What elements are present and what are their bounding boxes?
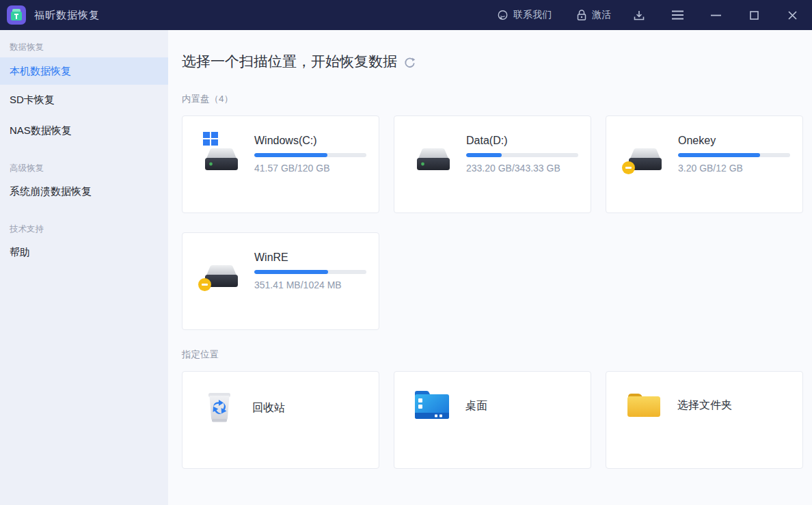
drive-name: Onekey [678, 135, 790, 147]
drive-card-data-d[interactable]: Data(D:) 233.20 GB/343.33 GB [394, 115, 591, 213]
drive-usage-bar [678, 153, 790, 157]
titlebar: 福昕数据恢复 联系我们 激活 [0, 0, 812, 30]
drive-card-winre[interactable]: WinRE 351.41 MB/1024 MB [182, 232, 379, 330]
refresh-icon[interactable] [404, 57, 416, 68]
sidebar: 数据恢复 本机数据恢复 SD卡恢复 NAS数据恢复 高级恢复 系统崩溃数据恢复 … [0, 30, 168, 505]
drive-capacity: 233.20 GB/343.33 GB [466, 163, 578, 174]
app-logo-icon [7, 5, 26, 25]
drive-name: Data(D:) [466, 135, 578, 147]
drive-capacity: 3.20 GB/12 GB [678, 163, 790, 174]
sidebar-item-crash-recovery[interactable]: 系统崩溃数据恢复 [0, 176, 168, 207]
contact-us-button[interactable]: 联系我们 [497, 9, 552, 21]
drive-usage-bar [254, 270, 366, 274]
lock-icon [576, 9, 587, 21]
drive-card-onekey[interactable]: Onekey 3.20 GB/12 GB [606, 115, 803, 213]
hard-drive-icon [202, 250, 241, 290]
drive-usage-bar [466, 153, 578, 157]
drive-name: WinRE [254, 251, 366, 264]
sidebar-item-nas-recovery[interactable]: NAS数据恢复 [0, 115, 168, 146]
app-title: 福昕数据恢复 [34, 9, 100, 22]
hidden-partition-badge-icon [622, 161, 635, 174]
location-label: 回收站 [252, 401, 285, 415]
locations-section-label: 指定位置 [182, 349, 812, 361]
folder-icon [627, 390, 661, 421]
hard-drive-icon [625, 133, 665, 173]
drive-usage-bar [254, 153, 366, 157]
drives-section-label: 内置盘（4） [182, 93, 812, 105]
download-button[interactable] [629, 0, 649, 30]
hard-drive-icon [202, 133, 241, 173]
main-content: 选择一个扫描位置，开始恢复数据 内置盘（4） [168, 30, 812, 505]
minimize-button[interactable] [705, 0, 726, 30]
activate-label: 激活 [592, 9, 611, 21]
drive-capacity: 351.41 MB/1024 MB [254, 279, 366, 290]
sidebar-item-local-recovery[interactable]: 本机数据恢复 [0, 57, 168, 85]
sidebar-section-data-recovery: 数据恢复 [0, 39, 168, 55]
location-card-choose-folder[interactable]: 选择文件夹 [606, 371, 803, 469]
drive-name: Windows(C:) [254, 135, 366, 147]
close-button[interactable] [782, 0, 802, 30]
location-card-desktop[interactable]: 桌面 [394, 371, 591, 469]
sidebar-item-help[interactable]: 帮助 [0, 237, 168, 268]
location-label: 桌面 [465, 399, 487, 413]
sidebar-item-sd-card-recovery[interactable]: SD卡恢复 [0, 85, 168, 115]
sidebar-section-support: 技术支持 [0, 221, 168, 237]
drive-card-windows-c[interactable]: Windows(C:) 41.57 GB/120 GB [182, 115, 379, 213]
location-label: 选择文件夹 [677, 398, 732, 413]
drive-capacity: 41.57 GB/120 GB [254, 163, 366, 174]
location-card-recycle-bin[interactable]: 回收站 [182, 371, 379, 469]
hard-drive-icon [414, 133, 453, 173]
desktop-folder-icon [415, 390, 449, 422]
page-title: 选择一个扫描位置，开始恢复数据 [182, 52, 397, 71]
menu-button[interactable] [667, 0, 688, 30]
drives-grid: Windows(C:) 41.57 GB/120 GB Data(D:) [182, 115, 812, 330]
recycle-bin-icon [203, 390, 236, 426]
activate-button[interactable]: 激活 [576, 9, 611, 21]
maximize-button[interactable] [744, 0, 764, 30]
headset-icon [497, 10, 509, 21]
windows-logo-icon [203, 132, 219, 146]
hidden-partition-badge-icon [198, 278, 211, 291]
sidebar-section-advanced-recovery: 高级恢复 [0, 160, 168, 176]
locations-grid: 回收站 桌面 [182, 371, 812, 469]
contact-us-label: 联系我们 [513, 9, 552, 21]
